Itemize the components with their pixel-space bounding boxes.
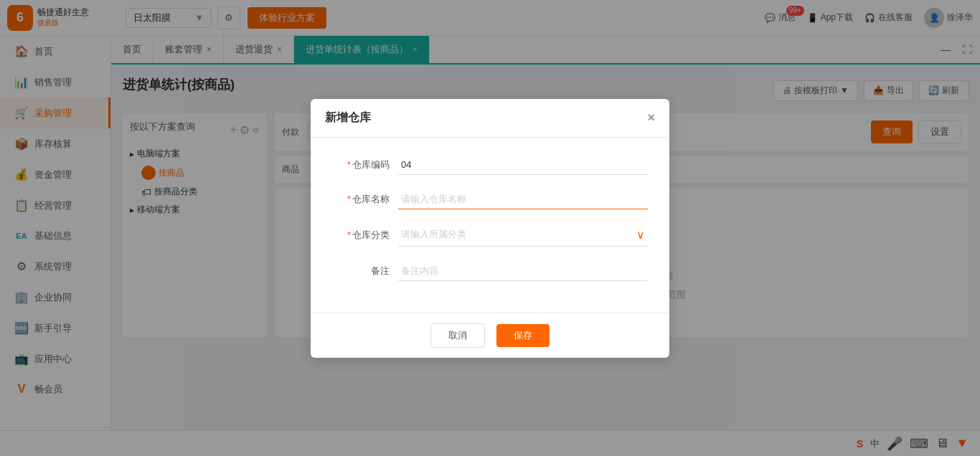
name-input[interactable] [398, 189, 648, 209]
modal-header: 新增仓库 × [311, 99, 669, 138]
modal-close-button[interactable]: × [647, 110, 655, 125]
category-dropdown-icon: ∨ [636, 228, 645, 242]
code-input[interactable] [398, 155, 648, 175]
modal-body: *仓库编码 *仓库名称 *仓库分类 请输入所属分类 ∨ [311, 138, 669, 313]
code-label: *仓库编码 [332, 158, 390, 171]
category-label: *仓库分类 [332, 229, 390, 242]
new-warehouse-modal: 新增仓库 × *仓库编码 *仓库名称 *仓库分类 [311, 99, 669, 358]
cancel-button[interactable]: 取消 [430, 323, 485, 348]
form-row-category: *仓库分类 请输入所属分类 ∨ [332, 224, 648, 247]
modal-overlay[interactable]: 新增仓库 × *仓库编码 *仓库名称 *仓库分类 [0, 0, 980, 456]
note-input[interactable] [398, 261, 648, 281]
name-label: *仓库名称 [332, 193, 390, 206]
modal-footer: 取消 保存 [311, 313, 669, 358]
category-select[interactable]: 请输入所属分类 ∨ [398, 224, 648, 247]
note-label: 备注 [332, 265, 390, 277]
form-row-code: *仓库编码 [332, 155, 648, 175]
category-placeholder: 请输入所属分类 [401, 228, 466, 241]
save-button[interactable]: 保存 [496, 324, 550, 347]
form-row-note: 备注 [332, 261, 648, 281]
form-row-name: *仓库名称 [332, 189, 648, 209]
modal-title: 新增仓库 [325, 110, 371, 125]
